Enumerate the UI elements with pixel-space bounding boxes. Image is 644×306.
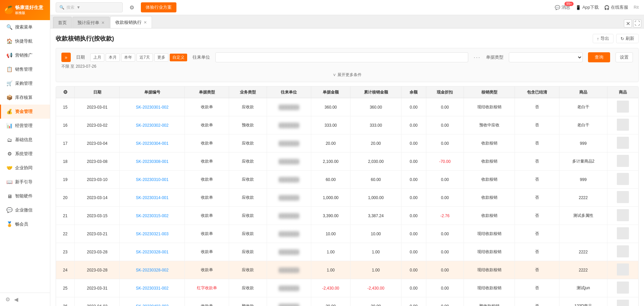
- sidebar-item-inventory[interactable]: 📦 库存核算: [0, 90, 50, 105]
- row-code[interactable]: SK-20230331-002: [120, 279, 185, 297]
- row-no: 17: [56, 134, 74, 152]
- row-included: 否: [515, 207, 559, 225]
- row-code[interactable]: SK-20230301-002: [120, 98, 185, 116]
- sidebar-icon-weixin: 💬: [6, 207, 12, 213]
- close-tab-icon[interactable]: ✕: [624, 19, 632, 27]
- tab-prepay[interactable]: 预计应付单✕: [72, 17, 110, 28]
- collapse-icon[interactable]: ◀: [14, 296, 18, 303]
- date-btn-this-year[interactable]: 本年: [121, 53, 135, 62]
- row-code[interactable]: SK-20230308-001: [120, 152, 185, 171]
- date-custom-button[interactable]: 自定义: [170, 54, 187, 61]
- sidebar-item-corp[interactable]: 🤝 企业协同: [0, 161, 50, 175]
- sidebar-item-operation[interactable]: 📊 经营管理: [0, 119, 50, 133]
- sidebar-item-finance[interactable]: 💰 资金管理: [0, 105, 50, 119]
- row-code[interactable]: SK-20230403-002: [120, 297, 185, 306]
- tab-label-home: 首页: [58, 20, 67, 26]
- table-row: 212023-03-15SK-20230315-002收款单应收款███████…: [56, 207, 638, 225]
- date-btn-more[interactable]: 更多: [154, 53, 168, 62]
- sidebar-item-system[interactable]: ⚙ 系统管理: [0, 147, 50, 161]
- row-amount: 10.00: [311, 225, 350, 243]
- sidebar-label-purchase: 采购管理: [15, 80, 33, 86]
- sidebar-item-weixin[interactable]: 💬 企业微信: [0, 203, 50, 217]
- row-bill-type: 收款单: [185, 189, 229, 207]
- gear-icon[interactable]: ⚙: [127, 2, 137, 12]
- sidebar-item-base[interactable]: 🗂 基础信息: [0, 133, 50, 147]
- row-verify-type: 现结收款核销: [464, 98, 515, 116]
- row-partner: ███████: [267, 297, 311, 306]
- table-row: 262023-04-03SK-20230403-002收款单预收款███████…: [56, 297, 638, 306]
- topbar-search[interactable]: 🔍 搜索 ▼: [56, 2, 123, 12]
- sidebar-item-sales[interactable]: 📋 销售管理: [0, 62, 50, 76]
- bill-code-link[interactable]: SK-20230328-001: [136, 250, 168, 254]
- row-discount: 0.00: [426, 189, 464, 207]
- app-download-button[interactable]: 📱 App下载: [576, 4, 599, 10]
- tab-close-collection[interactable]: ✕: [144, 20, 147, 25]
- sidebar-item-member[interactable]: 🏅 畅会员: [0, 217, 50, 231]
- bill-code-link[interactable]: SK-20230328-002: [136, 268, 168, 272]
- row-code[interactable]: SK-20230328-002: [120, 261, 185, 279]
- bill-code-link[interactable]: SK-20230315-002: [136, 213, 168, 218]
- row-code[interactable]: SK-20230302-002: [120, 116, 185, 134]
- sidebar-item-hardware[interactable]: 🖥 智能硬件: [0, 189, 50, 203]
- settings-icon[interactable]: ⚙: [5, 296, 10, 303]
- row-discount: -2.76: [426, 207, 464, 225]
- date-btn-last-month[interactable]: 上月: [90, 53, 104, 62]
- online-service-button[interactable]: 🎧 在线客服: [604, 4, 628, 10]
- col-header-3: 单据类型: [185, 86, 229, 98]
- row-included: 否: [515, 243, 559, 261]
- row-thumb: [607, 98, 638, 116]
- solution-button[interactable]: 体验行业方案: [141, 2, 176, 12]
- expand-more-button[interactable]: ∨ 展开更多条件: [333, 72, 361, 78]
- bill-code-link[interactable]: SK-20230310-001: [136, 177, 168, 182]
- row-bill-type: 收款单: [185, 152, 229, 171]
- refresh-button[interactable]: ↻ 刷新: [616, 34, 639, 43]
- goods-thumbnail: [617, 191, 629, 203]
- row-date: 2023-03-02: [74, 116, 120, 134]
- expand-tabs-icon[interactable]: ⛶: [633, 19, 641, 27]
- sidebar-item-nav[interactable]: 🏠 快捷导航: [0, 34, 50, 48]
- row-cum-amount: 1,000.00: [351, 189, 401, 207]
- col-header-0: ⚙: [56, 86, 74, 98]
- bill-code-link[interactable]: SK-20230304-001: [136, 141, 168, 146]
- row-thumb: [607, 225, 638, 243]
- tab-close-prepay[interactable]: ✕: [101, 20, 105, 25]
- export-button[interactable]: ↑ 导出: [593, 34, 614, 43]
- row-code[interactable]: SK-20230310-001: [120, 171, 185, 189]
- tab-collection[interactable]: 收款核销执行✕: [110, 16, 152, 28]
- messages-button[interactable]: 💬 消息 99+: [555, 4, 570, 10]
- row-code[interactable]: SK-20230321-003: [120, 225, 185, 243]
- tab-home[interactable]: 首页: [53, 17, 72, 28]
- row-bill-type: 收款单: [185, 261, 229, 279]
- filter-expand-button[interactable]: »: [61, 53, 71, 62]
- tabs-actions: ✕ ⛶: [624, 19, 641, 28]
- bill-code-link[interactable]: SK-20230321-003: [136, 232, 168, 236]
- bill-code-link[interactable]: SK-20230301-002: [136, 105, 168, 110]
- sidebar-item-marketing[interactable]: 📢 营销推广: [0, 48, 50, 62]
- settings-col-icon[interactable]: ⚙: [63, 89, 67, 95]
- bill-code-link[interactable]: SK-20230308-001: [136, 159, 168, 164]
- query-button[interactable]: 查询: [588, 52, 610, 62]
- date-btn-this-month[interactable]: 本月: [106, 53, 120, 62]
- bill-code-link[interactable]: SK-20230403-002: [136, 304, 168, 306]
- sidebar-item-purchase[interactable]: 🛒 采购管理: [0, 76, 50, 90]
- table-row: 182023-03-08SK-20230308-001收款单应收款███████…: [56, 152, 638, 171]
- bill-code-link[interactable]: SK-20230302-002: [136, 123, 168, 128]
- sidebar-label-corp: 企业协同: [15, 165, 33, 171]
- partner-input[interactable]: [215, 52, 468, 62]
- setting-button[interactable]: 设置: [615, 52, 633, 62]
- date-btn-7days[interactable]: 近7天: [137, 53, 153, 62]
- bill-code-link[interactable]: SK-20230331-002: [136, 286, 168, 291]
- bill-code-link[interactable]: SK-20230314-001: [136, 195, 168, 200]
- user-name[interactable]: Rit: [634, 5, 639, 10]
- sidebar-icon-operation: 📊: [6, 123, 12, 129]
- row-date: 2023-03-31: [74, 279, 120, 297]
- row-biz-type: 应收款: [229, 152, 267, 171]
- row-no: 16: [56, 116, 74, 134]
- row-code[interactable]: SK-20230315-002: [120, 207, 185, 225]
- row-code[interactable]: SK-20230304-001: [120, 134, 185, 152]
- row-code[interactable]: SK-20230328-001: [120, 243, 185, 261]
- row-code[interactable]: SK-20230314-001: [120, 189, 185, 207]
- sidebar-item-guide[interactable]: 📖 新手引导: [0, 175, 50, 189]
- sidebar-item-search[interactable]: 🔍 搜索菜单: [0, 20, 50, 34]
- type-select[interactable]: [509, 52, 583, 62]
